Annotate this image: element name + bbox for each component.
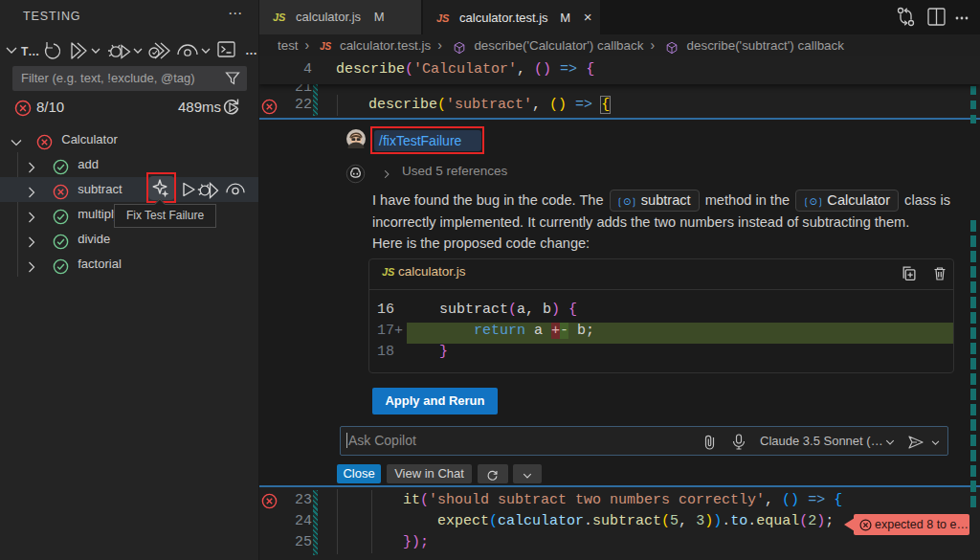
svg-text:T…: T… bbox=[21, 45, 39, 58]
svg-text:…: … bbox=[245, 43, 257, 57]
